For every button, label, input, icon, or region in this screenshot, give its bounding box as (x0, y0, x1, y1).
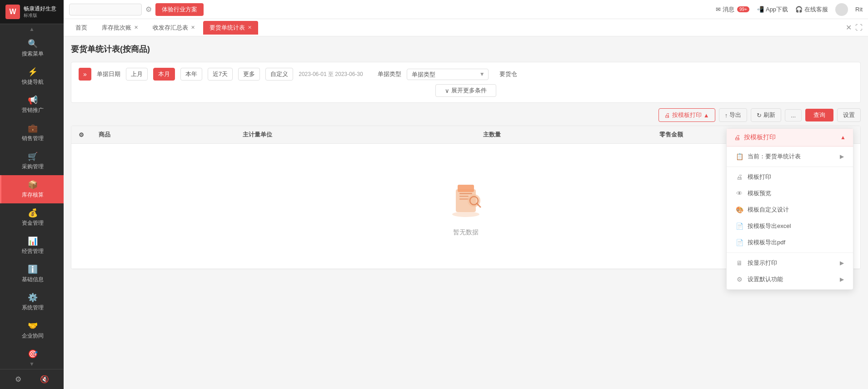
topbar-right: ✉ 消息 99+ 📲 App下载 🎧 在线客服 Rit (716, 3, 863, 16)
tab-close-receipt-summary[interactable]: ✕ (191, 25, 195, 30)
sidebar-item-label: 销售管理 (22, 135, 44, 142)
logo-text: 畅康通好生意 标准版 (24, 5, 56, 19)
type-select[interactable]: 单据类型 (407, 69, 489, 80)
message-button[interactable]: ✉ 消息 99+ (716, 5, 749, 14)
expand-more-button[interactable]: ∨ 展开更多条件 (435, 84, 496, 97)
sidebar-item-label: 资金管理 (22, 219, 44, 227)
type-select-wrapper: 单据类型 ▼ (407, 69, 489, 80)
set-default-arrow-icon: ▶ (840, 276, 844, 283)
sidebar-scroll-down[interactable]: ▼ (0, 359, 64, 369)
dropdown-item-export-pdf[interactable]: 📄 按模板导出pdf (727, 234, 853, 251)
sidebar-item-finance[interactable]: 💰 资金管理 (0, 203, 64, 232)
dropdown-current-section: 📋 当前：要货单统计表 ▶ (727, 147, 853, 167)
tab-inventory-batch[interactable]: 库存批次账 ✕ (95, 21, 145, 35)
sidebar-item-label: 采购管理 (22, 163, 44, 171)
maximize-button[interactable]: ⛶ (855, 24, 863, 32)
sidebar-item-purchase[interactable]: 🛒 采购管理 (0, 147, 64, 175)
sidebar-item-enterprise[interactable]: 🤝 企业协同 (0, 316, 64, 344)
avatar[interactable] (835, 3, 848, 16)
dropdown-item-template-print[interactable]: 🖨 模板打印 (727, 169, 853, 185)
app-download-button[interactable]: 📲 App下载 (757, 5, 788, 14)
dropdown-collapse-icon: ▲ (840, 134, 846, 141)
print-dropdown-header[interactable]: 🖨 按模板打印 ▲ (727, 129, 853, 147)
dropdown-set-default[interactable]: ⚙ 设置默认功能 ▶ (727, 271, 853, 288)
tabbar-right: ✕ ⛶ (846, 23, 863, 32)
dropdown-item-template-design[interactable]: 🎨 模板自定义设计 (727, 202, 853, 218)
print-dropdown: 🖨 按模板打印 ▲ 📋 当前：要货单统计表 ▶ (726, 128, 853, 290)
print-dropdown-icon: 🖨 (734, 134, 740, 141)
online-service-button[interactable]: 🎧 在线客服 (795, 5, 828, 14)
print-template-button[interactable]: 🖨 按模板打印 ▲ (658, 108, 715, 122)
dropdown-item-export-excel[interactable]: 📄 按模板导出excel (727, 218, 853, 234)
settings-button[interactable]: 设置 (837, 108, 861, 122)
sidebar-item-search[interactable]: 🔍 搜索菜单 (0, 34, 64, 62)
export-button[interactable]: ↑ 导出 (719, 108, 748, 122)
date-btn-this-month[interactable]: 本月 (153, 68, 175, 81)
sidebar-item-newbie[interactable]: 🎯 新手引导 (0, 344, 64, 359)
monitor-icon: 🖥 (736, 259, 743, 267)
dropdown-item-template-preview[interactable]: 👁 模板预览 (727, 185, 853, 202)
message-badge: 99+ (737, 6, 749, 12)
filter-expand-btn[interactable]: » (79, 68, 91, 81)
printer-icon: 🖨 (736, 173, 743, 181)
topbar: ⚙ 体验行业方案 ✉ 消息 99+ 📲 App下载 🎧 在线客服 Rit (64, 0, 868, 19)
export-icon: ↑ (725, 112, 728, 119)
tab-close-order-summary[interactable]: ✕ (248, 25, 252, 30)
sidebar-item-basic[interactable]: ℹ️ 基础信息 (0, 260, 64, 288)
sidebar-item-label: 库存核算 (22, 191, 44, 199)
tab-order-summary[interactable]: 要货单统计表 ✕ (203, 21, 258, 35)
col-qty: 主数量 (476, 126, 652, 144)
sidebar-item-label: 基础信息 (22, 276, 44, 283)
tab-home[interactable]: 首页 (69, 21, 94, 35)
topbar-search-input[interactable] (69, 4, 142, 15)
sidebar-logo: W 畅康通好生意 标准版 (0, 0, 64, 24)
refresh-button[interactable]: ↻ 刷新 (751, 108, 781, 122)
sidebar-scroll-up[interactable]: ▲ (0, 24, 64, 34)
tab-close-inventory-batch[interactable]: ✕ (134, 25, 138, 30)
sidebar-item-quick-nav[interactable]: ⚡ 快捷导航 (0, 62, 64, 91)
close-all-tabs-button[interactable]: ✕ (846, 23, 852, 32)
more-button[interactable]: ... (785, 109, 802, 121)
main-area: ⚙ 体验行业方案 ✉ 消息 99+ 📲 App下载 🎧 在线客服 Rit 首页 (64, 0, 868, 389)
query-button[interactable]: 查询 (805, 109, 833, 121)
tabbar: 首页 库存批次账 ✕ 收发存汇总表 ✕ 要货单统计表 ✕ ✕ ⛶ (64, 19, 868, 36)
sidebar-item-marketing[interactable]: 📢 营销推广 (0, 91, 64, 119)
industry-solution-button[interactable]: 体验行业方案 (155, 3, 204, 16)
svg-rect-4 (459, 196, 469, 197)
dropdown-current-template[interactable]: 📋 当前：要货单统计表 ▶ (727, 148, 853, 165)
box-icon: 📦 (28, 180, 38, 190)
user-name: Rit (855, 6, 863, 13)
target-icon: 🎯 (28, 349, 38, 359)
sidebar-item-label: 营销推广 (22, 106, 44, 114)
dropdown-display-print[interactable]: 🖥 按显示打印 ▶ (727, 255, 853, 271)
print-icon: 🖨 (664, 112, 670, 119)
lightning-icon: ⚡ (28, 67, 38, 77)
sidebar-item-inventory[interactable]: 📦 库存核算 (0, 175, 64, 203)
cart-icon: 🛒 (28, 152, 38, 162)
date-btn-more[interactable]: 更多 (238, 68, 260, 81)
topbar-gear-icon[interactable]: ⚙ (145, 5, 152, 14)
tab-receipt-summary[interactable]: 收发存汇总表 ✕ (146, 21, 201, 35)
footer-settings-icon[interactable]: ⚙ (15, 375, 21, 384)
date-btn-this-year[interactable]: 本年 (180, 68, 202, 81)
topbar-left: ⚙ 体验行业方案 (69, 3, 204, 16)
date-btn-last-month[interactable]: 上月 (126, 68, 148, 81)
sidebar-item-system[interactable]: ⚙️ 系统管理 (0, 288, 64, 316)
sidebar-item-label: 搜索菜单 (22, 50, 44, 58)
sidebar-item-label: 快捷导航 (22, 78, 44, 86)
money-icon: 💰 (28, 208, 38, 218)
search-icon: 🔍 (28, 39, 38, 49)
content-area: 要货单统计表(按商品) » 单据日期 上月 本月 本年 近7天 更多 自定义 2… (64, 36, 868, 389)
chart-icon: 📊 (28, 236, 38, 246)
page-title: 要货单统计表(按商品) (71, 44, 861, 55)
display-print-arrow-icon: ▶ (840, 260, 844, 266)
logo-icon: W (5, 5, 20, 19)
date-btn-custom[interactable]: 自定义 (265, 68, 293, 81)
col-settings[interactable]: ⚙ (71, 126, 91, 144)
design-icon: 🎨 (736, 206, 743, 213)
footer-mute-icon[interactable]: 🔇 (40, 375, 49, 384)
date-btn-7days[interactable]: 近7天 (208, 68, 233, 81)
sidebar-item-sales[interactable]: 💼 销售管理 (0, 119, 64, 147)
sidebar-item-operations[interactable]: 📊 经营管理 (0, 232, 64, 260)
info-icon: ℹ️ (28, 264, 38, 274)
